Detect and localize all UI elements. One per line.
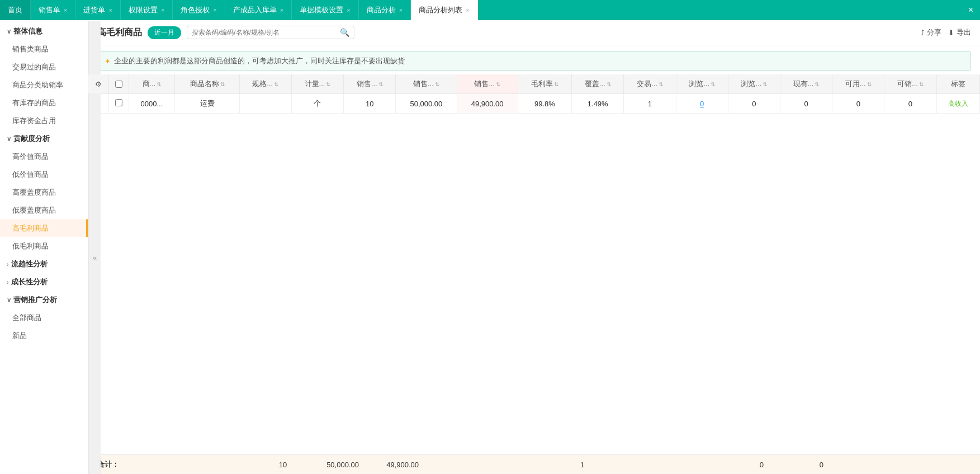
sidebar-item-low-margin[interactable]: 低毛利商品 bbox=[0, 237, 88, 255]
sidebar-group-growth-label: 成长性分析 bbox=[11, 277, 48, 287]
close-analysis-tab-icon[interactable]: × bbox=[399, 7, 403, 13]
close-inbound-tab-icon[interactable]: × bbox=[280, 7, 283, 13]
nav-tab-template-label: 单据模板设置 bbox=[300, 5, 343, 15]
th-spec[interactable]: 规格... ⇅ bbox=[239, 74, 291, 94]
sidebar-item-low-coverage-label: 低覆盖度商品 bbox=[12, 206, 56, 214]
th-setting[interactable]: ⚙ bbox=[88, 74, 108, 94]
th-tx-count[interactable]: 交易... ⇅ bbox=[624, 74, 676, 94]
nav-tab-sales-label: 销售单 bbox=[39, 5, 60, 15]
footer-tx-count: 1 bbox=[552, 461, 612, 469]
row-view2: 0 bbox=[728, 94, 780, 114]
th-view1[interactable]: 浏览... ⇅ bbox=[676, 74, 728, 94]
close-all-tabs-button[interactable]: × bbox=[962, 0, 980, 20]
nav-tab-analysis[interactable]: 商品分析 × bbox=[359, 0, 411, 20]
close-purchase-tab-icon[interactable]: × bbox=[108, 7, 112, 13]
row-tag: 高收入 bbox=[936, 94, 979, 114]
table-container[interactable]: ⚙ 商... ⇅ 商品名称 bbox=[88, 74, 980, 454]
table-row[interactable]: 1 0000... 运费 个 10 50,000.00 49,900.00 99… bbox=[88, 94, 980, 114]
th-view2[interactable]: 浏览... ⇅ bbox=[728, 74, 780, 94]
sidebar-item-new-goods[interactable]: 新品 bbox=[0, 327, 88, 345]
nav-tab-role[interactable]: 角色授权 × bbox=[173, 0, 225, 20]
search-input[interactable] bbox=[192, 29, 340, 36]
sidebar-group-contribution-label: 贡献度分析 bbox=[13, 134, 50, 144]
close-role-tab-icon[interactable]: × bbox=[213, 7, 216, 13]
th-sales-amt-label: 销售... bbox=[413, 79, 434, 89]
sidebar-group-growth[interactable]: › 成长性分析 bbox=[0, 273, 88, 291]
footer-sales-amt: 50,000.00 bbox=[313, 461, 373, 469]
close-template-tab-icon[interactable]: × bbox=[347, 7, 350, 13]
th-sales-amt[interactable]: 销售... ⇅ bbox=[396, 74, 457, 94]
th-unit[interactable]: 计量... ⇅ bbox=[291, 74, 343, 94]
footer-cells: 10 50,000.00 49,900.00 1 0 0 bbox=[131, 461, 971, 469]
search-icon[interactable]: 🔍 bbox=[340, 28, 349, 37]
export-button[interactable]: ⬇ 导出 bbox=[948, 27, 971, 37]
th-sales-qty[interactable]: 销售... ⇅ bbox=[344, 74, 396, 94]
nav-tab-home[interactable]: 首页 bbox=[0, 0, 31, 20]
th-gross-rate[interactable]: 毛利率 ⇅ bbox=[518, 74, 571, 94]
row-view1[interactable]: 0 bbox=[676, 94, 728, 114]
sidebar-item-low-coverage[interactable]: 低覆盖度商品 bbox=[0, 201, 88, 219]
nav-tab-permission[interactable]: 权限设置 × bbox=[121, 0, 173, 20]
th-coverage[interactable]: 覆盖... ⇅ bbox=[572, 74, 624, 94]
share-button[interactable]: ⤴ 分享 bbox=[921, 27, 941, 37]
row-stock-avail: 0 bbox=[832, 94, 884, 114]
sidebar-item-new-goods-label: 新品 bbox=[12, 331, 27, 340]
sort-unit-icon: ⇅ bbox=[326, 81, 330, 87]
th-spec-label: 规格... bbox=[252, 79, 273, 89]
th-sales-cost[interactable]: 销售... ⇅ bbox=[457, 74, 518, 94]
close-sales-tab-icon[interactable]: × bbox=[64, 7, 67, 13]
th-view1-label: 浏览... bbox=[689, 79, 709, 89]
sidebar-item-sales-goods[interactable]: 销售类商品 bbox=[0, 40, 88, 58]
nav-tab-analysis-list[interactable]: 商品分析列表 × bbox=[411, 0, 477, 20]
th-code[interactable]: 商... ⇅ bbox=[129, 74, 175, 94]
share-icon: ⤴ bbox=[921, 29, 925, 37]
th-name-label: 商品名称 bbox=[190, 79, 219, 89]
sidebar-item-category-rate-label: 商品分类助销率 bbox=[12, 81, 63, 89]
sidebar-item-capital[interactable]: 库存资金占用 bbox=[0, 112, 88, 130]
goods-table: ⚙ 商... ⇅ 商品名称 bbox=[88, 74, 980, 114]
sidebar-item-low-value[interactable]: 低价值商品 bbox=[0, 166, 88, 184]
footer-tag bbox=[911, 461, 971, 469]
nav-tab-template[interactable]: 单据模板设置 × bbox=[292, 0, 358, 20]
sidebar-item-high-value[interactable]: 高价值商品 bbox=[0, 148, 88, 166]
sidebar-item-in-stock[interactable]: 有库存的商品 bbox=[0, 94, 88, 112]
select-all-checkbox[interactable] bbox=[115, 81, 122, 88]
sidebar-item-high-coverage-label: 高覆盖度商品 bbox=[12, 188, 56, 196]
share-label: 分享 bbox=[927, 27, 941, 37]
th-checkbox[interactable] bbox=[108, 74, 129, 94]
sidebar-item-high-coverage[interactable]: 高覆盖度商品 bbox=[0, 184, 88, 201]
th-stock-now[interactable]: 现有... ⇅ bbox=[780, 74, 832, 94]
th-stock-avail[interactable]: 可用... ⇅ bbox=[832, 74, 884, 94]
filter-recent-month-button[interactable]: 近一月 bbox=[148, 26, 181, 39]
info-icon: ✦ bbox=[105, 57, 111, 65]
close-analysis-list-tab-icon[interactable]: × bbox=[466, 7, 469, 13]
sidebar-group-overall[interactable]: ∨ 整体信息 bbox=[0, 22, 88, 40]
footer-coverage bbox=[493, 461, 552, 469]
sort-view2-icon: ⇅ bbox=[763, 81, 767, 87]
row-select-checkbox[interactable] bbox=[115, 99, 122, 106]
sidebar-collapse-icon: « bbox=[93, 254, 97, 262]
export-label: 导出 bbox=[957, 27, 971, 37]
sidebar-item-category-rate[interactable]: 商品分类助销率 bbox=[0, 76, 88, 94]
close-permission-tab-icon[interactable]: × bbox=[161, 7, 164, 13]
sidebar-item-in-stock-label: 有库存的商品 bbox=[12, 98, 56, 107]
th-stock-sale[interactable]: 可销... ⇅ bbox=[884, 74, 936, 94]
nav-tab-permission-label: 权限设置 bbox=[129, 5, 158, 15]
sidebar-item-high-margin[interactable]: 高毛利商品 bbox=[0, 219, 88, 237]
search-box[interactable]: 🔍 bbox=[187, 26, 354, 39]
sidebar-group-contribution[interactable]: ∨ 贡献度分析 bbox=[0, 130, 88, 148]
nav-tab-purchase[interactable]: 进货单 × bbox=[75, 0, 120, 20]
info-banner-text: 企业的主要的利润都是这部分商品创造的，可考虑加大推广，同时关注库存是不要出现缺货 bbox=[114, 56, 405, 66]
sort-name-icon: ⇅ bbox=[220, 81, 225, 87]
nav-tab-sales[interactable]: 销售单 × bbox=[31, 0, 75, 20]
table-header-row: ⚙ 商... ⇅ 商品名称 bbox=[88, 74, 980, 94]
nav-tab-inbound[interactable]: 产成品入库单 × bbox=[225, 0, 292, 20]
sidebar-item-traded-goods[interactable]: 交易过的商品 bbox=[0, 58, 88, 76]
th-name[interactable]: 商品名称 ⇅ bbox=[175, 74, 239, 94]
row-checkbox[interactable] bbox=[108, 94, 129, 114]
sidebar-group-marketing[interactable]: ∨ 营销推广分析 bbox=[0, 291, 88, 309]
sidebar-group-flow[interactable]: › 流趋性分析 bbox=[0, 255, 88, 273]
sort-code-icon: ⇅ bbox=[157, 81, 161, 87]
sidebar-item-all-goods[interactable]: 全部商品 bbox=[0, 309, 88, 327]
th-unit-label: 计量... bbox=[305, 79, 325, 89]
